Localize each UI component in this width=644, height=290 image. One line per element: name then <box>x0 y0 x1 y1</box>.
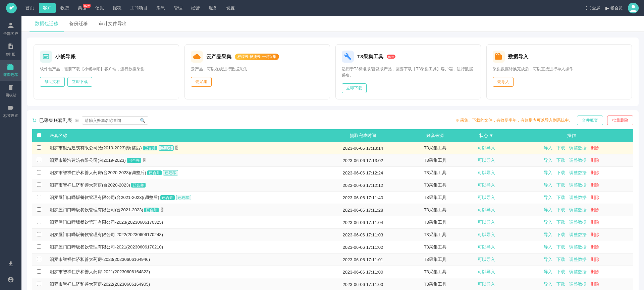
action-下载[interactable]: 下载 <box>556 207 565 212</box>
nav-item-manage[interactable]: 管理 <box>170 3 186 13</box>
dataimport-go-btn[interactable]: 去导入 <box>493 77 514 87</box>
action-导入[interactable]: 导入 <box>544 282 552 287</box>
row-checkbox[interactable] <box>37 183 41 187</box>
action-下载[interactable]: 下载 <box>556 183 565 188</box>
action-导入[interactable]: 导入 <box>544 195 552 200</box>
row-checkbox[interactable] <box>37 195 41 199</box>
t3-download-btn[interactable]: 立即下载 <box>342 83 367 93</box>
row-checkbox[interactable] <box>37 170 41 174</box>
nav-item-business[interactable]: 工商项目 <box>126 3 152 13</box>
action-调整数据[interactable]: 调整数据 <box>569 244 587 249</box>
action-导入[interactable]: 导入 <box>544 269 552 274</box>
nav-item-ticket[interactable]: 票据new <box>74 3 91 13</box>
action-下载[interactable]: 下载 <box>556 232 565 237</box>
action-删除[interactable]: 删除 <box>591 195 599 200</box>
row-checkbox[interactable] <box>37 220 41 224</box>
fullscreen-button[interactable]: ⛶ 全屏 <box>586 5 600 11</box>
action-调整数据[interactable]: 调整数据 <box>569 158 587 163</box>
tab-data-migrate[interactable]: 数据包迁移 <box>30 16 64 32</box>
sidebar-item-user-settings[interactable] <box>0 273 21 287</box>
action-删除[interactable]: 删除 <box>591 158 599 163</box>
action-删除[interactable]: 删除 <box>591 183 599 188</box>
sidebar-item-recycle[interactable]: 回收站 <box>0 81 21 101</box>
cloud-collect-btn[interactable]: 去采集 <box>191 77 212 87</box>
action-导入[interactable]: 导入 <box>544 170 552 175</box>
row-checkbox[interactable] <box>37 282 41 286</box>
xiaochang-help-btn[interactable]: 帮助文档 <box>40 77 65 87</box>
action-下载[interactable]: 下载 <box>556 220 565 225</box>
nav-item-tax[interactable]: 报税 <box>109 3 125 13</box>
nav-item-client[interactable]: 客户 <box>39 3 56 13</box>
tab-audit-export[interactable]: 审计文件导出 <box>93 16 132 32</box>
avatar[interactable] <box>628 3 639 13</box>
action-调整数据[interactable]: 调整数据 <box>569 195 587 200</box>
action-删除[interactable]: 删除 <box>591 257 599 262</box>
action-调整数据[interactable]: 调整数据 <box>569 282 587 287</box>
action-删除[interactable]: 删除 <box>591 170 599 175</box>
col-status-header[interactable]: 状态 ▼ <box>463 129 509 142</box>
action-导入[interactable]: 导入 <box>544 244 552 249</box>
action-下载[interactable]: 下载 <box>556 158 565 163</box>
sidebar-item-tag-settings[interactable]: 标签设置 <box>0 101 21 122</box>
action-导入[interactable]: 导入 <box>544 183 552 188</box>
sidebar-item-all-clients[interactable]: 全部客户 <box>0 19 21 40</box>
search-icon[interactable]: 🔍 <box>140 118 145 123</box>
row-checkbox[interactable] <box>37 158 41 162</box>
row-checkbox[interactable] <box>37 207 41 212</box>
action-导入[interactable]: 导入 <box>544 220 552 225</box>
nav-item-operate[interactable]: 经营 <box>187 3 204 13</box>
action-导入[interactable]: 导入 <box>544 232 552 237</box>
action-下载[interactable]: 下载 <box>556 269 565 274</box>
merge-accounts-btn[interactable]: 合并账套 <box>577 116 603 125</box>
action-删除[interactable]: 删除 <box>591 269 599 274</box>
action-导入[interactable]: 导入 <box>544 145 552 150</box>
row-source: T3采集工具 <box>407 167 463 179</box>
action-删除[interactable]: 删除 <box>591 145 599 150</box>
action-调整数据[interactable]: 调整数据 <box>569 183 587 188</box>
nav-item-home[interactable]: 首页 <box>21 3 38 13</box>
nav-item-fee[interactable]: 收费 <box>56 3 73 13</box>
action-调整数据[interactable]: 调整数据 <box>569 220 587 225</box>
action-下载[interactable]: 下载 <box>556 195 565 200</box>
batch-delete-btn[interactable]: 批量删除 <box>607 116 633 125</box>
action-下载[interactable]: 下载 <box>556 170 565 175</box>
action-删除[interactable]: 删除 <box>591 232 599 237</box>
action-导入[interactable]: 导入 <box>544 207 552 212</box>
row-checkbox[interactable] <box>37 269 41 274</box>
nav-item-bookkeep[interactable]: 记账 <box>91 3 108 13</box>
row-checkbox[interactable] <box>37 257 41 261</box>
member-button[interactable]: ▶ 畅会员 <box>605 5 623 11</box>
action-调整数据[interactable]: 调整数据 <box>569 207 587 212</box>
nav-item-service[interactable]: 服务 <box>205 3 221 13</box>
row-checkbox[interactable] <box>37 145 41 150</box>
row-checkbox[interactable] <box>37 232 41 236</box>
xiaochang-download-btn[interactable]: 立即下载 <box>67 77 92 87</box>
sidebar-item-download[interactable] <box>0 257 21 272</box>
action-调整数据[interactable]: 调整数据 <box>569 170 587 175</box>
nav-item-message[interactable]: 消息 <box>152 3 169 13</box>
action-导入[interactable]: 导入 <box>544 158 552 163</box>
select-all-checkbox[interactable] <box>37 133 41 137</box>
sidebar-item-account-migrate[interactable]: 账套迁移 <box>0 60 21 81</box>
action-下载[interactable]: 下载 <box>556 244 565 249</box>
nav-item-settings[interactable]: 设置 <box>222 3 239 13</box>
action-删除[interactable]: 删除 <box>591 282 599 287</box>
search-input[interactable] <box>85 118 139 123</box>
action-下载[interactable]: 下载 <box>556 145 565 150</box>
action-删除[interactable]: 删除 <box>591 220 599 225</box>
refresh-icon[interactable]: ↻ <box>32 117 37 124</box>
tab-backup-migrate[interactable]: 备份迁移 <box>64 16 93 32</box>
row-source: T3采集工具 <box>407 142 463 154</box>
row-checkbox[interactable] <box>37 244 41 249</box>
sidebar-item-zero-declare[interactable]: 0申报 <box>0 40 21 60</box>
action-调整数据[interactable]: 调整数据 <box>569 269 587 274</box>
action-删除[interactable]: 删除 <box>591 244 599 249</box>
action-下载[interactable]: 下载 <box>556 282 565 287</box>
action-删除[interactable]: 删除 <box>591 207 599 212</box>
action-下载[interactable]: 下载 <box>556 257 565 262</box>
action-调整数据[interactable]: 调整数据 <box>569 232 587 237</box>
action-调整数据[interactable]: 调整数据 <box>569 257 587 262</box>
action-导入[interactable]: 导入 <box>544 257 552 262</box>
list-question-icon[interactable]: ⑧ <box>75 118 79 123</box>
action-调整数据[interactable]: 调整数据 <box>569 145 587 150</box>
